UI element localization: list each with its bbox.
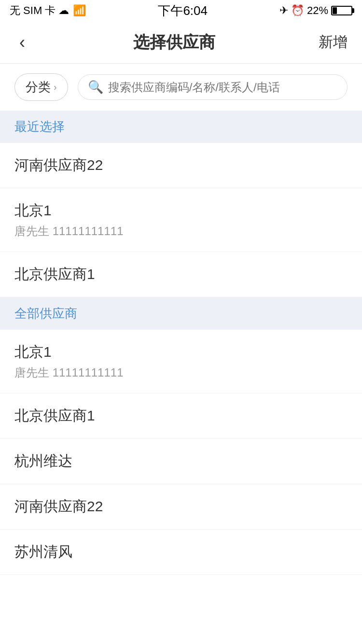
item-name: 北京1 [14, 342, 348, 362]
search-box[interactable]: 🔍 [78, 74, 348, 100]
category-button[interactable]: 分类 › [14, 73, 68, 101]
list-item[interactable]: 北京供应商1 [0, 252, 362, 297]
item-name: 河南供应商22 [14, 497, 348, 517]
list-item[interactable]: 北京1唐先生 11111111111 [0, 330, 362, 393]
battery-text: 22% [307, 4, 328, 17]
item-sub: 唐先生 11111111111 [14, 224, 348, 239]
new-action-button[interactable]: 新增 [319, 32, 348, 52]
all-section-header: 全部供应商 [0, 297, 362, 330]
item-name: 北京1 [14, 201, 348, 221]
status-time: 下午6:04 [158, 2, 208, 19]
chevron-right-icon: › [54, 82, 57, 93]
recent-section-label: 最近选择 [14, 119, 65, 134]
list-item[interactable]: 杭州维达 [0, 439, 362, 484]
alarm-icon: ⏰ [291, 4, 304, 17]
category-label: 分类 [26, 79, 51, 96]
all-list: 北京1唐先生 11111111111北京供应商1杭州维达河南供应商22苏州清风 [0, 330, 362, 575]
no-sim-text: 无 SIM 卡 ☁ [10, 3, 69, 18]
filter-bar: 分类 › 🔍 [0, 64, 362, 111]
wifi-icon: 📶 [73, 4, 86, 17]
page-title: 选择供应商 [133, 31, 215, 54]
back-button[interactable]: ‹ [14, 28, 30, 57]
item-name: 北京供应商1 [14, 406, 348, 426]
list-item[interactable]: 河南供应商22 [0, 143, 362, 188]
all-section-label: 全部供应商 [14, 306, 77, 321]
list-item[interactable]: 苏州清风 [0, 530, 362, 575]
item-name: 苏州清风 [14, 542, 348, 562]
item-name: 杭州维达 [14, 451, 348, 471]
item-sub: 唐先生 11111111111 [14, 365, 348, 380]
list-item[interactable]: 北京1唐先生 11111111111 [0, 188, 362, 252]
status-bar: 无 SIM 卡 ☁ 📶 下午6:04 ✈ ⏰ 22% [0, 0, 362, 21]
status-right: ✈ ⏰ 22% [279, 4, 352, 17]
list-item[interactable]: 河南供应商22 [0, 484, 362, 530]
search-input[interactable] [108, 81, 337, 94]
battery-icon [331, 6, 352, 15]
recent-list: 河南供应商22北京1唐先生 11111111111北京供应商1 [0, 143, 362, 297]
list-item[interactable]: 北京供应商1 [0, 393, 362, 439]
item-name: 北京供应商1 [14, 265, 348, 284]
location-icon: ✈ [279, 4, 288, 17]
nav-bar: ‹ 选择供应商 新增 [0, 21, 362, 64]
search-icon: 🔍 [88, 80, 103, 95]
item-name: 河南供应商22 [14, 155, 348, 175]
status-left: 无 SIM 卡 ☁ 📶 [10, 3, 86, 18]
recent-section-header: 最近选择 [0, 111, 362, 143]
